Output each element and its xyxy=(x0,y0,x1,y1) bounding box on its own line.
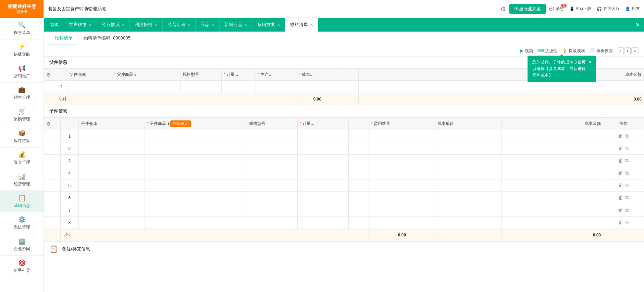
close-tab-history-button[interactable]: ✕ xyxy=(187,23,190,27)
child-row-warehouse-5[interactable] xyxy=(79,192,145,204)
child-row-cost-unit-4[interactable] xyxy=(435,179,501,192)
child-row-unit-5[interactable] xyxy=(298,192,349,204)
close-tab-barcode-button[interactable]: ✕ xyxy=(277,23,280,27)
nav-tab-barcode[interactable]: 条码方案✕ xyxy=(252,18,285,32)
child-row-spec-4[interactable] xyxy=(247,179,298,192)
sidebar-item-system[interactable]: ⚙️系统管理 xyxy=(0,212,44,234)
child-row-qty-5[interactable] xyxy=(369,192,435,204)
child-gear-icon[interactable]: ⚙ xyxy=(46,121,51,127)
close-tab-newgoods-button[interactable]: ✕ xyxy=(244,23,247,27)
sidebar-item-search[interactable]: 🔍搜索菜单 xyxy=(0,18,44,39)
child-row-product-0[interactable] xyxy=(145,130,247,142)
delete-icon-4[interactable]: 🗑 xyxy=(618,183,623,188)
parent-row-warehouse[interactable] xyxy=(67,81,112,93)
sidebar-item-sales[interactable]: 💼销售管理 xyxy=(0,83,44,104)
child-row-cost-unit-3[interactable] xyxy=(435,167,501,179)
nav-tab-newgoods[interactable]: 新增商品✕ xyxy=(220,18,252,32)
close-tab-goods-button[interactable]: ✕ xyxy=(211,23,214,27)
copy-icon-4[interactable]: ⧉ xyxy=(625,183,629,188)
child-row-spec-0[interactable] xyxy=(247,130,298,142)
parent-row-cost[interactable] xyxy=(297,81,338,93)
child-row-product-7[interactable] xyxy=(145,217,247,229)
tab-bom-list[interactable]: 物料清单 xyxy=(49,32,78,45)
parent-row-unit[interactable] xyxy=(222,81,256,93)
delete-icon-2[interactable]: 🗑 xyxy=(618,158,623,164)
child-row-qty-2[interactable] xyxy=(369,155,435,167)
close-tab-bom-button[interactable]: ✕ xyxy=(310,23,313,27)
parent-row-production[interactable] xyxy=(256,81,297,93)
child-row-product-3[interactable] xyxy=(145,167,247,179)
child-row-cost-unit-6[interactable] xyxy=(435,204,501,217)
message-button[interactable]: 💬 消息 6 xyxy=(549,6,564,12)
sidebar-item-enterprise[interactable]: 🏢企业协同 xyxy=(0,234,44,256)
trial-button[interactable]: 体验行业方案 xyxy=(509,4,546,14)
nav-tab-history[interactable]: 经营历程✕ xyxy=(163,18,196,32)
child-row-product-6[interactable] xyxy=(145,204,247,217)
child-row-spec-1[interactable] xyxy=(247,142,298,155)
sidebar-item-finance[interactable]: 💰资金管理 xyxy=(0,148,44,169)
delete-icon-6[interactable]: 🗑 xyxy=(618,207,623,213)
delete-icon-5[interactable]: 🗑 xyxy=(618,195,623,201)
child-row-unit-6[interactable] xyxy=(298,204,349,217)
close-all-tabs-button[interactable]: ✕ xyxy=(631,22,644,28)
child-row-qty-0[interactable] xyxy=(369,130,435,142)
delete-icon-3[interactable]: 🗑 xyxy=(618,170,623,176)
delete-icon-1[interactable]: 🗑 xyxy=(618,145,623,151)
view-video-button[interactable]: ▶ 视频 xyxy=(520,48,533,54)
parent-row-spec[interactable] xyxy=(181,81,222,93)
tooltip-close-button[interactable]: × xyxy=(589,59,591,66)
child-row-cost-unit-2[interactable] xyxy=(435,155,501,167)
close-tab-profit-button[interactable]: ✕ xyxy=(154,23,158,27)
child-row-unit-1[interactable] xyxy=(298,142,349,155)
nav-tab-home[interactable]: 首页 xyxy=(45,18,64,32)
sidebar-item-guide[interactable]: 🎯新手引导 xyxy=(0,256,44,277)
copy-icon-7[interactable]: ⧉ xyxy=(625,220,629,225)
child-row-warehouse-0[interactable] xyxy=(79,130,145,142)
tab-bom-code[interactable]: 物料清单编码 0000005 xyxy=(78,32,136,45)
app-download-button[interactable]: 📱 App下载 xyxy=(569,6,591,12)
sidebar-item-operations[interactable]: 📊经营管理 xyxy=(0,169,44,191)
document-settings-button[interactable]: 📄 单据设置 xyxy=(590,48,613,54)
child-row-warehouse-1[interactable] xyxy=(79,142,145,155)
sidebar-item-purchase[interactable]: 🛒采购管理 xyxy=(0,104,44,126)
extract-cost-button[interactable]: 💡 提取成本 xyxy=(562,48,585,54)
child-row-qty-3[interactable] xyxy=(369,167,435,179)
scan-button[interactable]: 扫码录入 xyxy=(170,120,191,127)
child-row-unit-3[interactable] xyxy=(298,167,349,179)
child-row-qty-4[interactable] xyxy=(369,179,435,192)
parent-gear-icon[interactable]: ⚙ xyxy=(46,72,51,78)
sidebar-item-basic[interactable]: 📋基础信息 xyxy=(0,191,44,212)
copy-icon-6[interactable]: ⧉ xyxy=(625,207,629,213)
child-row-warehouse-3[interactable] xyxy=(79,167,145,179)
copy-icon-3[interactable]: ⧉ xyxy=(625,170,629,176)
sidebar-item-marketing[interactable]: 📢营销推广 xyxy=(0,61,44,83)
close-tab-operations-button[interactable]: ✕ xyxy=(122,23,125,27)
child-row-spec-2[interactable] xyxy=(247,155,298,167)
child-row-qty-6[interactable] xyxy=(369,204,435,217)
menu-arrow-button[interactable]: ≡ xyxy=(631,47,639,54)
child-row-unit-7[interactable] xyxy=(298,217,349,229)
settings-icon[interactable]: ⚙ xyxy=(500,5,506,13)
child-row-unit-0[interactable] xyxy=(298,130,349,142)
child-row-product-5[interactable] xyxy=(145,192,247,204)
copy-icon-0[interactable]: ⧉ xyxy=(625,133,629,139)
child-row-warehouse-4[interactable] xyxy=(79,179,145,192)
child-row-spec-7[interactable] xyxy=(247,217,298,229)
child-row-qty-1[interactable] xyxy=(369,142,435,155)
child-row-unit-4[interactable] xyxy=(298,179,349,192)
child-row-product-4[interactable] xyxy=(145,179,247,192)
nav-tab-goods[interactable]: 商品✕ xyxy=(196,18,220,32)
nav-tab-bom[interactable]: 物料清单✕ xyxy=(285,18,318,32)
child-row-product-1[interactable] xyxy=(145,142,247,155)
close-tab-customer-button[interactable]: ✕ xyxy=(89,23,92,27)
child-row-cost-unit-7[interactable] xyxy=(435,217,501,229)
child-row-cost-unit-5[interactable] xyxy=(435,192,501,204)
parent-row-product[interactable] xyxy=(112,81,181,93)
child-row-cost-unit-0[interactable] xyxy=(435,130,501,142)
child-row-qty-7[interactable] xyxy=(369,217,435,229)
copy-icon-2[interactable]: ⧉ xyxy=(625,158,629,164)
child-row-warehouse-6[interactable] xyxy=(79,204,145,217)
sidebar-item-quicknav[interactable]: ⚡快捷导航 xyxy=(0,39,44,61)
nav-tab-operations[interactable]: 经营情况✕ xyxy=(97,18,130,32)
shortcut-button[interactable]: ⌨ 快捷键 xyxy=(538,48,557,54)
